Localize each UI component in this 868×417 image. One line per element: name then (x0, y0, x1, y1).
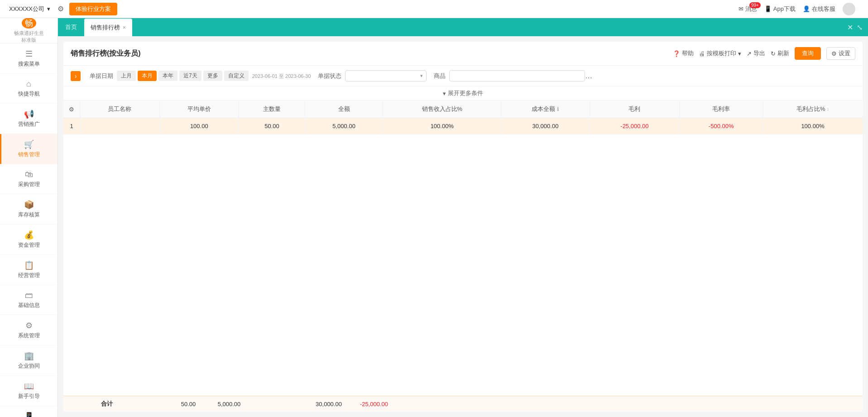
top-right-actions: ✉ 消息 99+ 📱 App下载 👤 在线客服 (739, 3, 863, 15)
trial-button[interactable]: 体验行业方案 (69, 3, 117, 15)
date-btn-this-year[interactable]: 本年 (158, 71, 177, 81)
logo-char: 畅 (25, 18, 33, 29)
sidebar-item-basics[interactable]: 🗃 基础信息 (0, 285, 58, 315)
date-buttons: 上月 本月 本年 近7天 更多 自定义 (117, 71, 249, 81)
tab-home[interactable]: 首页 (58, 18, 84, 36)
app-icon: 📱 (764, 5, 772, 12)
basics-icon: 🗃 (25, 291, 33, 300)
cost-info-icon[interactable]: ℹ (557, 106, 559, 112)
td-rank: 1 (63, 118, 80, 134)
date-btn-7days[interactable]: 近7天 (179, 71, 201, 81)
sidebar-item-marketing[interactable]: 📢 营销推广 (0, 104, 58, 134)
sidebar-item-sales[interactable]: 🛒 销售管理 (0, 134, 58, 164)
sidebar-item-app-center[interactable]: 📱 应用中心 (0, 406, 58, 417)
logo-text-sub: 标准版 (14, 37, 44, 43)
tab-actions: ✕ ⤡ (847, 23, 868, 32)
sidebar-item-quick-nav[interactable]: ⌂ 快捷导航 (0, 74, 58, 104)
date-label: 单据日期 (90, 72, 113, 80)
sidebar-item-guide[interactable]: 📖 新手引导 (0, 376, 58, 406)
print-chevron-icon: ▾ (738, 50, 741, 57)
td-name (80, 118, 160, 134)
top-bar: XXXXXX公司 ▾ ⚙ 体验行业方案 ✉ 消息 99+ 📱 App下载 👤 在… (0, 0, 868, 18)
sidebar-item-inventory[interactable]: 📦 库存核算 (0, 194, 58, 225)
message-icon: ✉ (739, 5, 743, 12)
sidebar-item-search-order[interactable]: ☰ 搜索菜单 (0, 43, 58, 74)
service-icon: 👤 (803, 5, 810, 12)
company-settings-icon[interactable]: ⚙ (58, 5, 64, 13)
refresh-button[interactable]: ↻ 刷新 (771, 49, 789, 58)
sidebar-item-system[interactable]: ⚙ 系统管理 (0, 315, 58, 345)
print-icon: 🖨 (699, 50, 705, 57)
online-service-button[interactable]: 👤 在线客服 (803, 5, 835, 13)
footer-amount: 5,000.00 (218, 401, 241, 407)
td-cost: 30,000.00 (501, 118, 590, 134)
page-header: 销售排行榜(按业务员) ❓ 帮助 🖨 按模板打印 ▾ ↗ 导出 (63, 42, 863, 66)
logo-text-main: 畅康通好生意 (14, 30, 44, 37)
goods-more-icon[interactable]: … (585, 72, 592, 80)
table-row: 1 100.00 50.00 5,000.00 100.00% 30,000.0… (63, 118, 863, 134)
sidebar-item-collab[interactable]: 🏢 企业协同 (0, 345, 58, 376)
status-label: 单据状态 (318, 72, 341, 80)
filter-date-group: 单据日期 上月 本月 本年 近7天 更多 自定义 2023-06-01 至 20… (90, 71, 311, 81)
system-icon: ⚙ (25, 321, 33, 331)
date-btn-this-month[interactable]: 本月 (138, 71, 157, 81)
td-profit: -25,000.00 (590, 118, 680, 134)
td-avg-price: 100.00 (159, 118, 239, 134)
message-button[interactable]: ✉ 消息 99+ (739, 5, 757, 13)
filter-bar: › 单据日期 上月 本月 本年 近7天 更多 自定义 2023-06-01 至 … (63, 66, 863, 86)
footer-total-label: 合计 (101, 400, 113, 407)
td-profit-rate: -500.00% (680, 118, 763, 134)
company-selector[interactable]: XXXXXX公司 ▾ (5, 3, 54, 15)
th-qty: 主数量 (239, 101, 305, 118)
sidebar-label-purchase: 采购管理 (18, 181, 40, 188)
footer-profit: -25,000.00 (360, 401, 388, 407)
help-button[interactable]: ❓ 帮助 (673, 49, 694, 58)
page-actions: ❓ 帮助 🖨 按模板打印 ▾ ↗ 导出 ↻ 刷新 (673, 47, 855, 60)
sidebar-label-quick-nav: 快捷导航 (18, 90, 40, 98)
page-title: 销售排行榜(按业务员) (71, 49, 141, 58)
export-button[interactable]: ↗ 导出 (747, 49, 765, 58)
filter-goods-group: 商品 … (434, 70, 592, 81)
tab-close-window-icon[interactable]: ✕ (847, 23, 853, 32)
filter-status-group: 单据状态 ▾ (318, 70, 427, 81)
query-button[interactable]: 查询 (795, 47, 821, 60)
filter-expand-arrow[interactable]: › (71, 71, 81, 81)
footer-cost: 30,000.00 (316, 401, 342, 407)
expand-conditions-row[interactable]: ▾ 展开更多条件 (63, 86, 863, 101)
status-input[interactable] (345, 70, 427, 81)
sidebar-label-basics: 基础信息 (18, 302, 40, 309)
th-profit: 毛利 (590, 101, 680, 118)
sidebar-item-finance[interactable]: 💰 资金管理 (0, 225, 58, 255)
date-btn-more[interactable]: 更多 (203, 71, 222, 81)
marketing-icon: 📢 (24, 109, 34, 119)
sidebar-label-operations: 经营管理 (18, 272, 40, 279)
td-amount: 5,000.00 (305, 118, 383, 134)
goods-input[interactable] (449, 70, 585, 81)
table-header-row: ⚙ 员工名称 平均单价 主数量 全额 销售收入占比% 成本全额 ℹ (63, 101, 863, 118)
guide-icon: 📖 (24, 381, 34, 391)
sidebar-logo: 畅 畅康通好生意 标准版 (0, 18, 58, 43)
message-badge: 99+ (749, 2, 761, 8)
th-name: 员工名称 (80, 101, 160, 118)
date-btn-custom[interactable]: 自定义 (224, 71, 249, 81)
expand-chevron-icon: ▾ (443, 90, 446, 97)
app-download-button[interactable]: 📱 App下载 (764, 5, 796, 13)
template-print-button[interactable]: 🖨 按模板打印 ▾ (699, 49, 741, 58)
sidebar-item-purchase[interactable]: 🛍 采购管理 (0, 164, 58, 194)
profit-ratio-sort-icon[interactable]: ↕ (827, 107, 829, 112)
search-order-icon: ☰ (25, 49, 33, 59)
col-settings-icon[interactable]: ⚙ (69, 106, 74, 113)
sidebar-item-operations[interactable]: 📋 经营管理 (0, 255, 58, 285)
goods-input-wrap: … (449, 70, 592, 81)
expand-label: 展开更多条件 (448, 89, 483, 97)
tab-sales-ranking[interactable]: 销售排行榜 × (84, 19, 132, 37)
date-btn-last-month[interactable]: 上月 (117, 71, 136, 81)
finance-icon: 💰 (24, 230, 34, 240)
sidebar-label-inventory: 库存核算 (18, 211, 40, 219)
settings-button[interactable]: ⚙ 设置 (826, 47, 855, 60)
tab-expand-icon[interactable]: ⤡ (857, 23, 863, 32)
goods-label: 商品 (434, 72, 446, 80)
th-amount: 全额 (305, 101, 383, 118)
avatar[interactable] (843, 3, 855, 15)
tab-close-icon[interactable]: × (123, 24, 126, 31)
